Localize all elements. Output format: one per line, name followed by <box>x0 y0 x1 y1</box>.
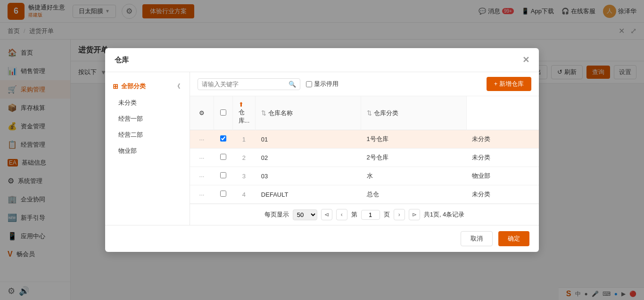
row-num-0: 1 <box>232 130 256 149</box>
row-checkbox-1[interactable] <box>220 154 226 160</box>
row-checkbox-0[interactable] <box>220 135 226 142</box>
prev-page-button[interactable]: ‹ <box>336 209 347 220</box>
table-row: ··· 1 01 1号仓库 未分类 <box>190 130 539 149</box>
row-category-1: 未分类 <box>466 149 539 167</box>
row-gear-1[interactable]: ··· <box>190 149 214 167</box>
dialog-body: ⊞ 全部分类 《 未分类 经营一部 经营二部 物业部 🔍 <box>105 72 539 225</box>
table-toolbar: 🔍 显示停用 + 新增仓库 <box>190 72 539 96</box>
dialog-footer: 取消 确定 <box>105 225 539 252</box>
warehouse-table: ⚙ ⬆ 仓库... ⇅ 仓库名称 <box>190 96 539 204</box>
table: ⚙ ⬆ 仓库... ⇅ 仓库名称 <box>190 96 539 204</box>
row-cb-2[interactable] <box>214 167 232 185</box>
row-num-3: 4 <box>232 185 256 204</box>
row-code-0: 01 <box>256 130 361 149</box>
row-num-1: 2 <box>232 149 256 167</box>
row-category-3: 未分类 <box>466 185 539 204</box>
category-item-ops2[interactable]: 经营二部 <box>105 127 190 143</box>
col-code-header: ⬆ 仓库... <box>232 96 256 130</box>
show-disabled-text: 显示停用 <box>314 80 339 88</box>
col-code-label: 仓库... <box>239 108 250 124</box>
last-page-button[interactable]: ⊳ <box>409 209 420 220</box>
row-category-0: 未分类 <box>466 130 539 149</box>
row-gear-3[interactable]: ··· <box>190 185 214 204</box>
table-row: ··· 2 02 2号仓库 未分类 <box>190 149 539 167</box>
row-code-2: 03 <box>256 167 361 185</box>
dialog-close-icon[interactable]: ✕ <box>522 55 529 65</box>
table-row: ··· 3 03 水 物业部 <box>190 167 539 185</box>
row-name-1: 2号仓库 <box>361 149 467 167</box>
row-name-2: 水 <box>361 167 467 185</box>
row-category-2: 物业部 <box>466 167 539 185</box>
page-input[interactable] <box>361 210 380 220</box>
row-name-3: 总仓 <box>361 185 467 204</box>
first-page-button[interactable]: ⊲ <box>321 209 332 220</box>
dialog-header: 仓库 ✕ <box>105 48 539 72</box>
row-checkbox-3[interactable] <box>220 191 226 197</box>
row-gear-0[interactable]: ··· <box>190 130 214 149</box>
row-cb-1[interactable] <box>214 149 232 167</box>
row-code-1: 02 <box>256 149 361 167</box>
row-cb-3[interactable] <box>214 185 232 204</box>
sort-icon3: ⇅ <box>367 109 372 117</box>
cancel-button[interactable]: 取消 <box>461 231 493 246</box>
col-category-header: ⇅ 仓库分类 <box>361 96 467 130</box>
col-checkbox <box>214 96 232 130</box>
sort-icon2: ⇅ <box>261 109 266 117</box>
col-name-header: ⇅ 仓库名称 <box>256 96 361 130</box>
col-settings: ⚙ <box>190 96 214 130</box>
row-name-0: 1号仓库 <box>361 130 467 149</box>
all-category-label: 全部分类 <box>121 82 146 91</box>
modal-overlay: 仓库 ✕ ⊞ 全部分类 《 未分类 经营一部 经营二部 物业部 <box>0 0 644 300</box>
page-size-dropdown[interactable]: 50 20 100 <box>293 209 317 220</box>
confirm-button[interactable]: 确定 <box>498 231 529 246</box>
row-num-2: 3 <box>232 167 256 185</box>
col-name-label: 仓库名称 <box>268 109 293 117</box>
category-item-property[interactable]: 物业部 <box>105 143 190 159</box>
search-icon: 🔍 <box>289 81 296 88</box>
row-cb-0[interactable] <box>214 130 232 149</box>
page-label: 第 <box>351 210 357 219</box>
per-page-label: 每页显示 <box>264 210 289 219</box>
category-item-unclassified[interactable]: 未分类 <box>105 95 190 111</box>
row-gear-2[interactable]: ··· <box>190 167 214 185</box>
all-category-item[interactable]: ⊞ 全部分类 《 <box>105 78 190 95</box>
category-item-ops1[interactable]: 经营一部 <box>105 111 190 127</box>
dialog-title: 仓库 <box>115 56 129 65</box>
show-disabled-checkbox[interactable] <box>306 81 312 87</box>
new-warehouse-button[interactable]: + 新增仓库 <box>487 77 531 91</box>
show-disabled-label[interactable]: 显示停用 <box>306 80 339 88</box>
col-category-label: 仓库分类 <box>374 109 398 117</box>
table-area: 🔍 显示停用 + 新增仓库 ⚙ <box>190 72 539 225</box>
category-sidebar: ⊞ 全部分类 《 未分类 经营一部 经营二部 物业部 <box>105 72 190 225</box>
row-code-3: DEFAULT <box>256 185 361 204</box>
page-unit: 页 <box>384 210 390 219</box>
pagination: 每页显示 50 20 100 ⊲ ‹ 第 页 › ⊳ 共1 <box>190 204 539 225</box>
select-all-checkbox[interactable] <box>220 109 226 116</box>
table-header-row: ⚙ ⬆ 仓库... ⇅ 仓库名称 <box>190 96 539 130</box>
row-checkbox-2[interactable] <box>220 172 226 178</box>
warehouse-dialog: 仓库 ✕ ⊞ 全部分类 《 未分类 经营一部 经营二部 物业部 <box>105 48 539 252</box>
table-row: ··· 4 DEFAULT 总仓 未分类 <box>190 185 539 204</box>
search-box: 🔍 <box>198 78 300 90</box>
sort-icon: ⬆ <box>239 101 244 108</box>
page-size-select[interactable]: 50 20 100 <box>293 209 317 220</box>
grid-icon: ⊞ <box>113 83 118 90</box>
collapse-icon[interactable]: 《 <box>173 82 182 91</box>
search-input[interactable] <box>202 81 287 88</box>
next-page-button[interactable]: › <box>394 209 405 220</box>
total-info: 共1页, 4条记录 <box>424 210 465 219</box>
